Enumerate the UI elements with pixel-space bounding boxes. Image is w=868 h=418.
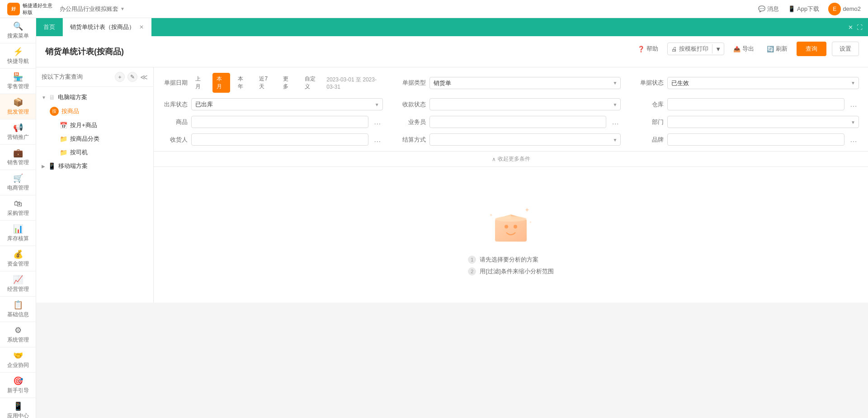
recipient-input[interactable] bbox=[191, 133, 368, 146]
sidebar-item-retail[interactable]: 🏪 零售管理 bbox=[0, 69, 36, 94]
settlement-select[interactable] bbox=[429, 133, 621, 146]
sidebar-item-system[interactable]: ⚙ 系统管理 bbox=[0, 322, 36, 347]
category-icon: 📁 bbox=[60, 135, 67, 142]
page-content: 销货单统计表(按商品) ❓ 帮助 🖨 按模板打印 ▼ bbox=[36, 36, 868, 418]
sidebar-item-purchase[interactable]: 🛍 采购管理 bbox=[0, 195, 36, 221]
department-field: 部门 ▼ bbox=[639, 116, 859, 128]
collapse-panel-button[interactable]: ≪ bbox=[140, 73, 148, 81]
brand-field: 品牌 … bbox=[639, 133, 859, 146]
tree-arrow-mobile: ▶ bbox=[42, 164, 45, 169]
doc-status-field: 单据状态 已生效 ▼ bbox=[639, 77, 859, 89]
app-download-action[interactable]: 📱 App下载 bbox=[788, 5, 819, 13]
filter-area: 单据日期 上月 本月 本年 近7天 更多 自定义 2023-03-01 至 20… bbox=[154, 67, 868, 303]
tree-item-by-driver[interactable]: 📁 按司机 bbox=[36, 146, 153, 159]
wholesale-icon: 📦 bbox=[13, 97, 23, 107]
doc-status-select[interactable]: 已生效 bbox=[667, 77, 859, 89]
tab-home[interactable]: 首页 bbox=[36, 18, 63, 36]
date-label: 单据日期 bbox=[163, 79, 188, 87]
date-custom[interactable]: 自定义 bbox=[301, 73, 323, 93]
warehouse-dots[interactable]: … bbox=[848, 100, 859, 109]
user-action[interactable]: E demo2 bbox=[828, 3, 861, 15]
tree-arrow-pc: ▼ bbox=[42, 95, 46, 100]
product-field: 商品 … bbox=[163, 116, 383, 128]
retail-icon: 🏪 bbox=[13, 72, 23, 82]
settings-button[interactable]: 设置 bbox=[832, 42, 859, 56]
date-filter-area: 上月 本月 本年 近7天 更多 自定义 2023-03-01 至 2023-03… bbox=[191, 73, 383, 93]
header-left: 好 畅捷通好生意 标版 办公用品行业模拟账套 ▼ bbox=[7, 2, 128, 15]
inventory-icon: 📊 bbox=[13, 224, 23, 234]
tab-sales-report[interactable]: 销货单统计表（按商品） ✕ bbox=[63, 18, 151, 36]
sidebar-item-biz[interactable]: 📈 经营管理 bbox=[0, 271, 36, 297]
product-dots[interactable]: … bbox=[372, 118, 383, 126]
print-dropdown-button[interactable]: ▼ bbox=[712, 44, 724, 54]
sidebar-item-wholesale[interactable]: 📦 批发管理 bbox=[0, 94, 36, 119]
collapse-bar[interactable]: ∧ 收起更多条件 bbox=[154, 152, 868, 167]
product-input[interactable] bbox=[191, 116, 368, 128]
recipient-dots[interactable]: … bbox=[372, 136, 383, 144]
page-actions: ❓ 帮助 🖨 按模板打印 ▼ 📤 bbox=[634, 42, 859, 62]
tab-close-icon[interactable]: ✕ bbox=[139, 24, 144, 30]
department-select[interactable] bbox=[667, 116, 859, 128]
brand-label: 品牌 bbox=[639, 136, 664, 144]
tree-group-mobile[interactable]: ▶ 📱 移动端方案 bbox=[36, 159, 153, 173]
workspace-selector[interactable]: 办公用品行业模拟账套 ▼ bbox=[56, 3, 128, 15]
tree-item-by-product[interactable]: 按 按商品 bbox=[36, 104, 153, 119]
content-area: 首页 销货单统计表（按商品） ✕ ✕ ⛶ 销货单统计表(按商品) ❓ 帮助 bbox=[36, 18, 868, 418]
tab-minimize-icon[interactable]: ✕ bbox=[848, 24, 853, 31]
tree-group-pc[interactable]: ▼ 🖥 电脑端方案 bbox=[36, 90, 153, 104]
left-panel: 按以下方案查询 ＋ ✎ ≪ ▼ 🖥 电脑端方案 bbox=[36, 67, 154, 303]
active-dot: 按 bbox=[50, 107, 59, 116]
svg-text:✦: ✦ bbox=[489, 213, 493, 218]
finance-icon: 💰 bbox=[13, 249, 23, 259]
sidebar-item-apps[interactable]: 📱 应用中心 bbox=[0, 398, 36, 418]
tab-bar: 首页 销货单统计表（按商品） ✕ ✕ ⛶ bbox=[36, 18, 868, 36]
sidebar-item-corp[interactable]: 🤝 企业协同 bbox=[0, 347, 36, 373]
brand-input[interactable] bbox=[667, 133, 844, 146]
svg-text:✦: ✦ bbox=[524, 206, 530, 214]
sidebar-item-quick-nav[interactable]: ⚡ 快捷导航 bbox=[0, 43, 36, 69]
message-action[interactable]: 💬 消息 bbox=[758, 5, 779, 13]
query-button[interactable]: 查询 bbox=[797, 42, 826, 56]
date-more[interactable]: 更多 bbox=[279, 73, 297, 93]
receipt-status-select[interactable] bbox=[429, 98, 621, 110]
tab-spacer bbox=[151, 18, 843, 36]
left-panel-tools: ＋ ✎ ≪ bbox=[115, 72, 148, 82]
add-plan-button[interactable]: ＋ bbox=[115, 72, 125, 82]
sidebar-item-sales[interactable]: 💼 销售管理 bbox=[0, 145, 36, 170]
out-status-select[interactable]: 已出库 bbox=[191, 98, 383, 110]
out-status-label: 出库状态 bbox=[163, 100, 188, 109]
date-last-month[interactable]: 上月 bbox=[191, 73, 209, 93]
sidebar-item-ecom[interactable]: 🛒 电商管理 bbox=[0, 170, 36, 195]
tab-expand-icon[interactable]: ⛶ bbox=[857, 24, 863, 31]
date-this-year[interactable]: 本年 bbox=[234, 73, 251, 93]
tree-item-by-month-product[interactable]: 📅 按月+商品 bbox=[36, 119, 153, 132]
warehouse-input[interactable] bbox=[667, 98, 844, 110]
export-button[interactable]: 📤 导出 bbox=[730, 43, 758, 55]
refresh-button[interactable]: 🔄 刷新 bbox=[763, 43, 791, 55]
salesperson-dots[interactable]: … bbox=[610, 118, 621, 126]
sidebar-item-marketing[interactable]: 📢 营销推广 bbox=[0, 119, 36, 145]
date-filter-field: 单据日期 上月 本月 本年 近7天 更多 自定义 2023-03-01 至 20… bbox=[163, 73, 383, 93]
doc-type-select[interactable]: 销货单 bbox=[429, 77, 621, 89]
salesperson-input[interactable] bbox=[429, 116, 607, 128]
doc-type-select-wrap: 销货单 ▼ bbox=[429, 77, 621, 89]
sidebar-item-guide[interactable]: 🎯 新手引导 bbox=[0, 373, 36, 398]
sidebar-item-basic[interactable]: 📋 基础信息 bbox=[0, 297, 36, 322]
date-last-7-days[interactable]: 近7天 bbox=[255, 73, 275, 93]
date-this-month[interactable]: 本月 bbox=[212, 73, 230, 93]
sidebar-item-finance[interactable]: 💰 资金管理 bbox=[0, 246, 36, 271]
sidebar-item-inventory[interactable]: 📊 库存核算 bbox=[0, 221, 36, 246]
help-button[interactable]: ❓ 帮助 bbox=[634, 43, 662, 55]
avatar: E bbox=[828, 3, 841, 15]
left-panel-header: 按以下方案查询 ＋ ✎ ≪ bbox=[36, 67, 153, 87]
edit-plan-button[interactable]: ✎ bbox=[127, 72, 137, 82]
monitor-icon: 🖥 bbox=[49, 94, 55, 101]
settlement-field: 结算方式 ▼ bbox=[401, 133, 621, 146]
sidebar-item-search[interactable]: 🔍 搜索菜单 bbox=[0, 18, 36, 43]
brand-dots[interactable]: … bbox=[848, 136, 859, 144]
recipient-label: 收货人 bbox=[163, 136, 188, 144]
recipient-field: 收货人 … bbox=[163, 133, 383, 146]
tree-item-by-category[interactable]: 📁 按商品分类 bbox=[36, 132, 153, 146]
print-button[interactable]: 🖨 按模板打印 bbox=[668, 43, 712, 55]
driver-icon: 📁 bbox=[60, 149, 67, 156]
